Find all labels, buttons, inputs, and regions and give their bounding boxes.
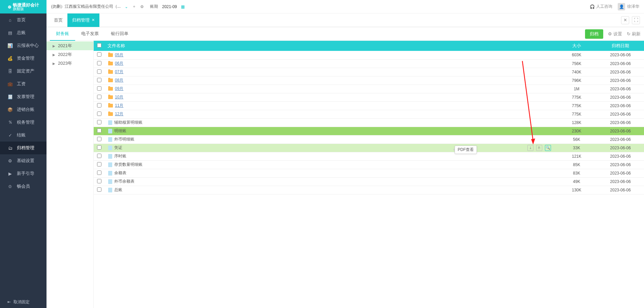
row-checkbox[interactable] [97, 112, 101, 116]
file-name-link[interactable]: 07月 [115, 69, 123, 75]
file-size: 756K [556, 59, 597, 68]
sidebar-item-salary[interactable]: 💼工资 [0, 78, 47, 90]
table-row: 07月 740K 2023-06-06 [94, 68, 644, 76]
file-size: 56K [556, 135, 597, 144]
file-size: 230K [556, 127, 597, 135]
row-checkbox[interactable] [97, 86, 101, 91]
sidebar-item-label: 工资 [17, 81, 26, 87]
archive-date: 2023-06-06 [597, 110, 644, 118]
year-item[interactable]: ▶2023年 [47, 59, 93, 68]
file-size: 128K [556, 118, 597, 127]
row-checkbox[interactable] [97, 61, 101, 65]
row-checkbox[interactable] [97, 179, 101, 183]
topbar: (勿删）江西服宝精品有限责任公司（... ⌄ ＋ ⚙ 账期 2021-09 ▦ … [47, 0, 644, 13]
sidebar-item-close[interactable]: ✓结账 [0, 129, 47, 142]
subtab[interactable]: 银行回单 [105, 27, 134, 41]
sidebar-item-invoice[interactable]: 🧾发票管理 [0, 90, 47, 103]
sidebar-item-settings[interactable]: ⚙基础设置 [0, 154, 47, 167]
file-icon [108, 162, 112, 167]
file-name-link[interactable]: 05月 [115, 52, 123, 58]
row-checkbox[interactable] [97, 120, 101, 124]
table-row: 06月 756K 2023-06-06 [94, 59, 644, 68]
table-row: 08月 796K 2023-06-06 [94, 76, 644, 85]
file-icon [108, 120, 112, 125]
row-checkbox[interactable] [97, 69, 101, 74]
folder-icon [108, 62, 113, 65]
row-checkbox[interactable] [97, 154, 101, 158]
calendar-icon[interactable]: ▦ [181, 4, 185, 9]
sidebar-item-home[interactable]: ⌂首页 [0, 13, 47, 26]
sidebar-item-stock[interactable]: 📦进销台账 [0, 103, 47, 116]
archive-date: 2023-06-06 [597, 68, 644, 76]
download-pdf-icon[interactable]: ⎘ [536, 145, 542, 151]
sidebar-item-ledger[interactable]: ▤总账 [0, 26, 47, 39]
file-size: 775K [556, 110, 597, 118]
period-label: 账期 [150, 4, 158, 9]
period-value[interactable]: 2021-09 [162, 4, 177, 9]
folder-icon [108, 70, 113, 74]
subtab[interactable]: 财务账 [50, 27, 75, 41]
company-chevron-icon[interactable]: ⌄ [125, 4, 128, 9]
tab-close-button[interactable]: ✕ [621, 16, 629, 24]
year-item[interactable]: ▶2021年 [47, 41, 93, 50]
file-name: 凭证 [114, 145, 122, 151]
sidebar-item-asset[interactable]: 🗄固定资产 [0, 65, 47, 78]
tab[interactable]: 首页 [49, 13, 67, 27]
file-name-link[interactable]: 11月 [115, 103, 123, 109]
refresh-link[interactable]: ↻ 刷新 [627, 31, 641, 37]
sidebar-item-guide[interactable]: ▶新手引导 [0, 167, 47, 180]
sidebar-item-tax[interactable]: ％税务管理 [0, 116, 47, 129]
sidebar-item-member[interactable]: ♔畅会员 [0, 180, 47, 193]
file-name-link[interactable]: 06月 [115, 61, 123, 66]
sidebar-item-label: 新手引导 [17, 171, 34, 177]
file-name-link[interactable]: 09月 [115, 86, 123, 92]
support-link[interactable]: 🎧 人工咨询 [590, 4, 612, 9]
year-item[interactable]: ▶2022年 [47, 50, 93, 59]
chevron-right-icon: ▶ [53, 53, 55, 57]
row-checkbox[interactable] [97, 171, 101, 175]
row-checkbox[interactable] [97, 137, 101, 141]
refresh-icon: ↻ [627, 31, 631, 36]
file-size: 796K [556, 76, 597, 85]
archive-date: 2023-06-06 [597, 93, 644, 101]
row-checkbox[interactable] [97, 187, 101, 192]
tab[interactable]: 归档管理✕ [67, 13, 99, 27]
settings-icon[interactable]: ⚙ [140, 4, 144, 9]
file-name: 存货数量明细账 [114, 162, 143, 167]
sidebar-item-fund[interactable]: 💰资金管理 [0, 52, 47, 65]
row-checkbox[interactable] [97, 78, 101, 82]
sidebar-item-archive[interactable]: 🗂归档管理 [0, 142, 47, 154]
fullscreen-button[interactable]: ⛶ [632, 16, 640, 24]
file-name: 总账 [114, 187, 122, 193]
file-icon [108, 179, 112, 184]
logo-icon: ⊕ [8, 4, 11, 9]
select-all-checkbox[interactable] [97, 43, 101, 48]
archive-icon: 🗂 [7, 145, 13, 151]
row-checkbox[interactable] [97, 52, 101, 57]
tab-close-icon[interactable]: ✕ [92, 18, 95, 22]
file-name-link[interactable]: 08月 [115, 78, 123, 83]
sidebar-item-report[interactable]: 📊云报表中心 [0, 39, 47, 52]
unpin-icon: ⇤ [7, 300, 11, 304]
year-tree: ▶2021年▶2022年▶2023年 [47, 41, 94, 308]
avatar-icon: 👤 [618, 3, 625, 10]
archive-date: 2023-06-06 [597, 101, 644, 110]
subtab[interactable]: 电子发票 [75, 27, 105, 41]
file-size: 740K [556, 68, 597, 76]
table-row: 余额表 83K 2023-06-06 [94, 169, 644, 177]
add-icon[interactable]: ＋ [132, 4, 136, 9]
file-name-link[interactable]: 12月 [115, 111, 123, 117]
row-checkbox[interactable] [97, 95, 101, 99]
settings-link[interactable]: ⚙ 设置 [608, 31, 622, 37]
user-block[interactable]: 👤 徐泽华 [618, 3, 639, 10]
company-name[interactable]: (勿删）江西服宝精品有限责任公司（... [51, 4, 121, 9]
archive-button[interactable]: 归档 [585, 29, 603, 39]
row-checkbox[interactable] [97, 145, 101, 150]
row-checkbox[interactable] [97, 162, 101, 166]
row-checkbox[interactable] [97, 103, 101, 107]
pdf-view-icon[interactable]: 🔍 [545, 145, 551, 151]
row-checkbox[interactable] [97, 128, 101, 133]
sidebar-unpin[interactable]: ⇤ 取消固定 [0, 296, 47, 308]
download-xml-icon[interactable]: ⤓ [527, 145, 533, 151]
file-name-link[interactable]: 10月 [115, 94, 123, 100]
